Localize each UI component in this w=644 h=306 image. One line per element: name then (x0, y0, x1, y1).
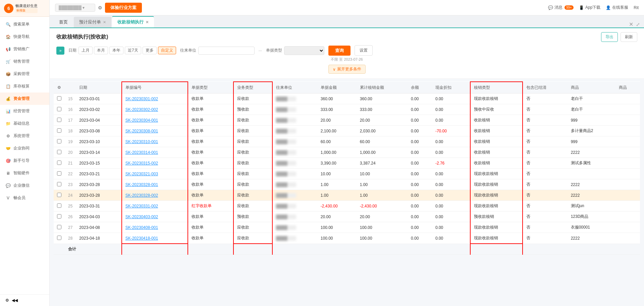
sidebar-item-marketing[interactable]: 📢 营销推广 (0, 43, 49, 55)
cell-voucher-no[interactable]: SK-20230403-002 (122, 211, 188, 222)
cell-checkbox[interactable] (54, 211, 65, 222)
user-avatar[interactable]: Rit (634, 5, 639, 10)
refresh-button[interactable]: 刷新 (621, 32, 637, 42)
voucher-no-link[interactable]: SK-20230304-001 (125, 118, 158, 123)
col-amount-header[interactable]: 单据金额 (317, 82, 357, 94)
row-checkbox[interactable] (57, 128, 61, 133)
row-checkbox[interactable] (57, 203, 61, 208)
voucher-no-link[interactable]: SK-20230302-002 (125, 107, 158, 112)
sidebar-item-basics[interactable]: 📁 基础信息 (0, 117, 49, 130)
cell-voucher-no[interactable]: SK-20230301-002 (122, 94, 188, 104)
row-checkbox[interactable] (57, 236, 61, 240)
voucher-no-link[interactable]: SK-20230331-002 (125, 204, 158, 208)
cell-voucher-no[interactable]: SK-20230302-002 (122, 104, 188, 115)
company-selector[interactable]: ████████ ▾ (55, 4, 95, 12)
voucher-no-link[interactable]: SK-20230315-002 (125, 161, 158, 166)
col-settings-icon[interactable]: ⚙ (57, 85, 61, 90)
voucher-no-link[interactable]: SK-20230314-001 (125, 150, 158, 155)
message-item[interactable]: 💬 消息 99+ (548, 5, 574, 10)
table-row[interactable]: 19 2023-03-10 SK-20230310-001 收款单 应收款 ██… (54, 136, 640, 147)
solution-button[interactable]: 体验行业方案 (105, 3, 142, 13)
cell-checkbox[interactable] (54, 233, 65, 244)
more-conditions-icon[interactable]: ··· (259, 48, 262, 53)
cell-checkbox[interactable] (54, 190, 65, 201)
cell-checkbox[interactable] (54, 158, 65, 169)
date-btn-this-year[interactable]: 本年 (109, 47, 123, 54)
col-include-cleared-header[interactable]: 包含已结清 (523, 82, 568, 94)
col-cum-amount-header[interactable]: 累计核销金额 (357, 82, 408, 94)
cell-checkbox[interactable] (54, 147, 65, 158)
voucher-no-link[interactable]: SK-20230310-001 (125, 139, 158, 144)
row-checkbox[interactable] (57, 118, 61, 122)
date-btn-7days[interactable]: 近7天 (125, 47, 141, 54)
cell-voucher-no[interactable]: SK-20230304-001 (122, 115, 188, 126)
voucher-no-link[interactable]: SK-20230403-002 (125, 215, 158, 219)
cell-voucher-no[interactable]: SK-20230321-003 (122, 169, 188, 179)
sidebar-item-enterprise[interactable]: 🤝 企业协同 (0, 142, 49, 155)
sidebar-item-inventory[interactable]: 📋 库存核算 (0, 80, 49, 93)
voucher-no-link[interactable]: SK-20230308-001 (125, 129, 158, 133)
maximize-icon[interactable]: ⤢ (636, 22, 640, 27)
cell-voucher-no[interactable]: SK-20230315-002 (122, 158, 188, 169)
voucher-no-link[interactable]: SK-20230328-001 (125, 182, 158, 187)
cell-checkbox[interactable] (54, 94, 65, 104)
table-row[interactable]: 17 2023-03-04 SK-20230304-001 收款单 应收款 ██… (54, 115, 640, 126)
cell-checkbox[interactable] (54, 104, 65, 115)
cell-voucher-no[interactable]: SK-20230314-001 (122, 147, 188, 158)
col-date-header[interactable]: 日期 (76, 82, 121, 94)
table-row[interactable]: 22 2023-03-21 SK-20230321-003 收款单 应收款 ██… (54, 169, 640, 179)
expand-conditions-button[interactable]: ∨ 展开更多条件 (328, 65, 366, 74)
tab-home[interactable]: 首页 (54, 17, 73, 27)
cell-voucher-no[interactable]: SK-20230418-001 (122, 233, 188, 244)
service-item[interactable]: 👤 在线客服 (606, 5, 628, 10)
voucher-no-link[interactable]: SK-20230328-002 (125, 193, 158, 198)
sidebar-item-search[interactable]: 🔍 搜索菜单 (0, 18, 49, 30)
cell-checkbox[interactable] (54, 222, 65, 233)
table-wrapper[interactable]: ⚙ 日期 单据编号 单据类型 业务类型 往来单位 单据金额 累计核销金额 余额 … (50, 81, 644, 306)
col-biz-type-header[interactable]: 业务类型 (233, 82, 272, 94)
row-checkbox[interactable] (57, 182, 61, 186)
sidebar-bottom[interactable]: ⚙ ◀◀ (0, 294, 49, 306)
settings-icon[interactable]: ⚙ (5, 298, 9, 303)
sidebar-item-wechat[interactable]: 💬 企业微信 (0, 179, 49, 192)
table-row[interactable]: 25 2023-03-31 SK-20230331-002 红字收款单 应收款 … (54, 201, 640, 211)
tab-collection-close[interactable]: ✕ (146, 20, 149, 24)
table-row[interactable]: 28 2023-04-18 SK-20230418-001 收款单 应收款 ██… (54, 233, 640, 244)
voucher-type-select[interactable] (284, 46, 324, 55)
col-product2-header[interactable]: 商品 (615, 82, 640, 94)
table-row[interactable]: 24 2023-03-28 SK-20230328-002 收款单 应收款 ██… (54, 190, 640, 201)
table-row[interactable]: 20 2023-03-14 SK-20230314-001 收款单 应收款 ██… (54, 147, 640, 158)
tab-collection[interactable]: 收款核销执行 ✕ (112, 16, 154, 27)
sidebar-item-sales[interactable]: 🛒 销售管理 (0, 55, 49, 68)
col-balance-header[interactable]: 余额 (408, 82, 432, 94)
export-button[interactable]: 导出 (601, 32, 618, 42)
sidebar-item-member[interactable]: V 畅会员 (0, 192, 49, 204)
row-checkbox[interactable] (57, 96, 61, 101)
col-partner-header[interactable]: 往来单位 (272, 82, 317, 94)
col-offset-type-header[interactable]: 核销类型 (470, 82, 523, 94)
cell-voucher-no[interactable]: SK-20230331-002 (122, 201, 188, 211)
voucher-no-link[interactable]: SK-20230408-001 (125, 225, 158, 230)
row-checkbox[interactable] (57, 107, 61, 111)
cell-checkbox[interactable] (54, 126, 65, 136)
cell-checkbox[interactable] (54, 169, 65, 179)
query-button[interactable]: 查询 (328, 46, 351, 56)
table-settings-button[interactable]: 设置 (355, 45, 373, 56)
date-btn-this-month[interactable]: 本月 (94, 47, 108, 54)
voucher-no-link[interactable]: SK-20230321-003 (125, 172, 158, 176)
gear-settings-icon[interactable]: ⚙ (98, 5, 102, 10)
sidebar-item-purchase[interactable]: 📦 采购管理 (0, 68, 49, 80)
cell-checkbox[interactable] (54, 201, 65, 211)
col-settings-header[interactable]: ⚙ (54, 82, 65, 94)
collapse-icon[interactable]: ◀◀ (12, 298, 18, 303)
row-checkbox[interactable] (57, 139, 61, 143)
sidebar-item-system[interactable]: ⚙ 系统管理 (0, 130, 49, 142)
close-window-icon[interactable]: ✕ (629, 21, 633, 27)
voucher-no-link[interactable]: SK-20230418-001 (125, 236, 158, 241)
voucher-no-link[interactable]: SK-20230301-002 (125, 97, 158, 101)
date-btn-more[interactable]: 更多 (143, 47, 157, 54)
cell-voucher-no[interactable]: SK-20230308-001 (122, 126, 188, 136)
row-checkbox[interactable] (57, 225, 61, 229)
row-checkbox[interactable] (57, 193, 61, 197)
col-voucher-no-header[interactable]: 单据编号 (122, 82, 188, 94)
